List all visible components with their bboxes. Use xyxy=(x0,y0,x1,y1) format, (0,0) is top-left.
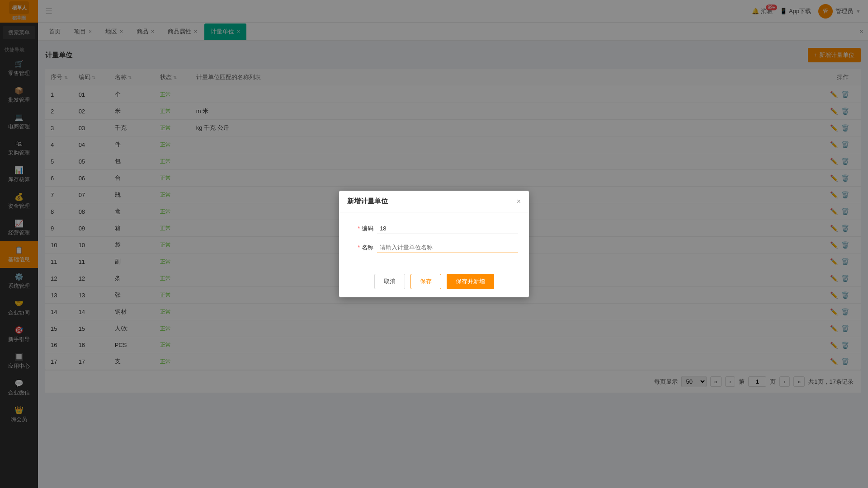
add-unit-modal: 新增计量单位 × * 编码 * 名称 取消 保存 保存并新增 xyxy=(339,191,529,297)
modal-close-button[interactable]: × xyxy=(517,197,521,206)
name-input[interactable] xyxy=(377,242,518,253)
required-mark: * xyxy=(358,225,360,232)
modal-overlay[interactable]: 新增计量单位 × * 编码 * 名称 取消 保存 保存并新增 xyxy=(0,0,868,488)
modal-footer: 取消 保存 保存并新增 xyxy=(339,268,529,297)
modal-body: * 编码 * 名称 xyxy=(339,212,529,268)
name-label: * 名称 xyxy=(350,244,377,252)
modal-title: 新增计量单位 xyxy=(347,197,388,206)
code-input[interactable] xyxy=(377,223,518,234)
save-button[interactable]: 保存 xyxy=(410,274,441,289)
form-row-code: * 编码 xyxy=(350,223,518,234)
cancel-button[interactable]: 取消 xyxy=(374,274,405,289)
form-row-name: * 名称 xyxy=(350,242,518,253)
save-and-new-button[interactable]: 保存并新增 xyxy=(447,274,494,289)
modal-header: 新增计量单位 × xyxy=(339,191,529,212)
code-label: * 编码 xyxy=(350,225,377,233)
required-mark-name: * xyxy=(358,244,360,251)
